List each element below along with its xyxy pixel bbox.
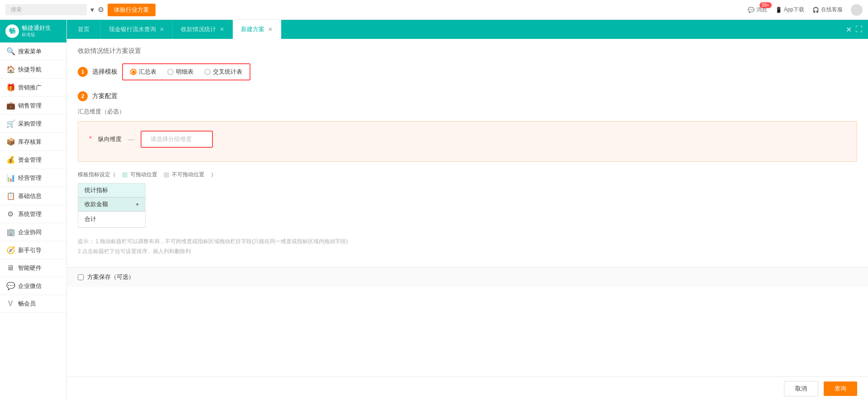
online-support-button[interactable]: 🎧 在线客服 — [812, 6, 843, 14]
maximize-icon[interactable]: ⛶ — [855, 25, 863, 33]
metrics-table: 统计指标 收款金额 ▾ 合计 — [78, 183, 146, 228]
logo-area: 畅 畅捷通好生 标准版 — [0, 20, 66, 42]
tab-receipts-stats-label: 收款情况统计 — [181, 25, 216, 33]
total-label: 合计 — [85, 216, 96, 222]
step2-label: 方案配置 — [92, 92, 118, 100]
sidebar-item-system[interactable]: ⚙ 系统管理 — [0, 205, 66, 223]
radio-detail[interactable]: 明细表 — [167, 68, 193, 76]
guide-icon: 🧭 — [6, 246, 14, 254]
hardware-icon: 🖥 — [6, 264, 14, 272]
query-button[interactable]: 查询 — [824, 381, 857, 396]
hint-line2: 2.点击标题栏下拉可设置排序、插入列和删除列 — [78, 247, 857, 257]
tab-receipts-stats[interactable]: 收款情况统计 ✕ — [173, 20, 233, 39]
quick-nav-icon: 🏠 — [6, 65, 14, 74]
radio-detail-label: 明细表 — [176, 68, 193, 76]
sidebar-item-quick-nav[interactable]: 🏠 快捷导航 — [0, 61, 66, 79]
user-avatar[interactable] — [851, 4, 863, 16]
wechat-icon: 💬 — [6, 282, 14, 290]
step1-section: 1 选择模板 汇总表 明细表 — [78, 63, 857, 80]
hints-section: 提示： 1.拖动标题栏可以调整布局，不可跨维度或指标区域拖动栏目字段(只能在同一… — [78, 237, 857, 256]
main-layout: 畅 畅捷通好生 标准版 🔍 搜索菜单 🏠 快捷导航 🎁 营销推广 💼 销售管理 … — [0, 20, 868, 400]
sidebar-item-base-info[interactable]: 📋 基础信息 — [0, 187, 66, 205]
step2-header: 2 方案配置 — [78, 91, 857, 101]
trial-button[interactable]: 体验行业方案 — [108, 4, 156, 16]
sidebar-item-label-search-menu: 搜索菜单 — [18, 47, 42, 56]
tab-home[interactable]: 首页 — [67, 20, 101, 39]
content-area: 收款情况统计方案设置 1 选择模板 汇总表 — [67, 39, 868, 376]
fixed-label: 不可拖动位置 — [172, 171, 204, 179]
step1-number: 1 — [78, 67, 88, 77]
management-icon: 📊 — [6, 174, 14, 182]
save-section: 方案保存（可选） — [67, 267, 868, 287]
step1-label: 选择模板 — [92, 68, 118, 76]
company-icon: 🏢 — [6, 228, 14, 236]
metrics-row-total: 合计 — [78, 212, 145, 227]
sidebar-item-capital[interactable]: 💰 资金管理 — [0, 151, 66, 169]
sidebar-item-wechat[interactable]: 💬 企业微信 — [0, 277, 66, 295]
member-icon: V — [6, 300, 14, 308]
sidebar-item-label-wechat: 企业微信 — [18, 282, 42, 290]
inventory-icon: 📦 — [6, 137, 14, 146]
grouping-dimension-select[interactable]: 请选择分组维度 — [141, 131, 213, 148]
search-box[interactable]: 搜索 — [5, 4, 87, 15]
receipts-dropdown-icon[interactable]: ▾ — [136, 202, 139, 207]
sidebar: 畅 畅捷通好生 标准版 🔍 搜索菜单 🏠 快捷导航 🎁 营销推广 💼 销售管理 … — [0, 20, 67, 400]
app-download-button[interactable]: 📱 App下载 — [775, 6, 804, 14]
radio-summary-label: 汇总表 — [139, 68, 156, 76]
sidebar-item-inventory[interactable]: 📦 库存核算 — [0, 133, 66, 151]
sidebar-item-label-management: 经营管理 — [18, 174, 42, 182]
sidebar-item-search-menu[interactable]: 🔍 搜索菜单 — [0, 42, 66, 61]
sidebar-item-label-hardware: 智能硬件 — [18, 264, 42, 272]
fixed-toggle: 不可拖动位置 — [164, 171, 204, 179]
tab-bank-flow-close[interactable]: ✕ — [160, 26, 164, 33]
sidebar-item-purchase[interactable]: 🛒 采购管理 — [0, 115, 66, 133]
page-content: 收款情况统计方案设置 1 选择模板 汇总表 — [67, 39, 868, 376]
metrics-row-receipts[interactable]: 收款金额 ▾ — [78, 198, 145, 212]
sidebar-item-company[interactable]: 🏢 企业协同 — [0, 223, 66, 241]
radio-dot-summary — [130, 69, 137, 75]
template-radio-group: 汇总表 明细表 交叉统计表 — [122, 63, 250, 80]
notification-button[interactable]: 💬 消息 99+ — [748, 6, 767, 14]
sidebar-item-member[interactable]: V 畅会员 — [0, 295, 66, 313]
sales-icon: 💼 — [6, 101, 14, 110]
tab-new-plan-close[interactable]: ✕ — [268, 26, 273, 33]
save-checkbox[interactable] — [78, 274, 84, 280]
cancel-button[interactable]: 取消 — [784, 381, 818, 396]
close-tab-icon[interactable]: ✕ — [846, 25, 852, 34]
tab-new-plan[interactable]: 新建方案 ✕ — [233, 20, 281, 39]
tab-bar-actions: ✕ ⛶ — [846, 25, 868, 34]
sidebar-item-label-capital: 资金管理 — [18, 156, 42, 164]
dropdown-arrow[interactable]: ▾ — [90, 5, 94, 14]
sidebar-item-hardware[interactable]: 🖥 智能硬件 — [0, 259, 66, 277]
logo-title: 畅捷通好生 — [22, 24, 51, 32]
tab-bank-flow[interactable]: 现金银行流水查询 ✕ — [101, 20, 173, 39]
sidebar-item-guide[interactable]: 🧭 新手引导 — [0, 241, 66, 259]
sidebar-item-label-member: 畅会员 — [18, 300, 36, 308]
gear-icon[interactable]: ⚙ — [98, 5, 104, 14]
base-info-icon: 📋 — [6, 192, 14, 200]
tab-home-label: 首页 — [78, 25, 90, 33]
sidebar-item-label-company: 企业协同 — [18, 228, 42, 236]
save-label: 方案保存（可选） — [87, 273, 134, 281]
step2-number: 2 — [78, 91, 88, 101]
radio-dot-detail — [167, 69, 174, 75]
radio-summary[interactable]: 汇总表 — [130, 68, 156, 76]
app-download-label: App下载 — [784, 6, 804, 14]
marketing-icon: 🎁 — [6, 83, 14, 92]
hint-line1: 提示： 1.拖动标题栏可以调整布局，不可跨维度或指标区域拖动栏目字段(只能在同一… — [78, 237, 857, 247]
radio-cross[interactable]: 交叉统计表 — [204, 68, 242, 76]
tab-receipts-stats-close[interactable]: ✕ — [220, 26, 224, 33]
top-bar-right: 💬 消息 99+ 📱 App下载 🎧 在线客服 — [748, 4, 863, 16]
sidebar-item-management[interactable]: 📊 经营管理 — [0, 169, 66, 187]
vertical-dim-label: 纵向维度 — [98, 135, 122, 143]
metrics-setting-label: 模板指标设定（ — [78, 171, 116, 179]
sidebar-item-sales[interactable]: 💼 销售管理 — [0, 97, 66, 115]
radio-cross-label: 交叉统计表 — [213, 68, 242, 76]
capital-icon: 💰 — [6, 155, 14, 164]
purchase-icon: 🛒 — [6, 119, 14, 128]
metrics-section: 模板指标设定（ 可拖动位置 不可拖动位置 ） — [78, 171, 857, 228]
sidebar-item-marketing[interactable]: 🎁 营销推广 — [0, 79, 66, 97]
tab-bar: 首页 现金银行流水查询 ✕ 收款情况统计 ✕ 新建方案 ✕ ✕ ⛶ — [67, 20, 868, 39]
main-content: 首页 现金银行流水查询 ✕ 收款情况统计 ✕ 新建方案 ✕ ✕ ⛶ — [67, 20, 868, 400]
logo-icon: 畅 — [5, 24, 19, 38]
